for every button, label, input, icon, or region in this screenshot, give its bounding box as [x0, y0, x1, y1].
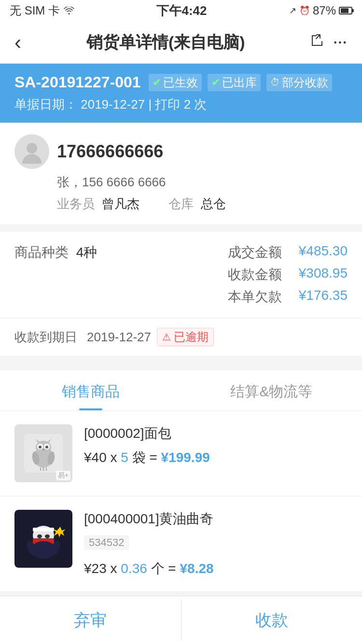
- meta-separator: |: [148, 97, 155, 112]
- tabs-section: 销售商品 结算&物流等: [0, 370, 362, 411]
- svg-point-0: [27, 143, 37, 154]
- stats-right: 成交金额 ¥485.30 收款金额 ¥308.95 本单欠款 ¥176.35: [228, 243, 348, 306]
- received-label: 收款金额: [228, 266, 282, 284]
- product-qty-2: 0.36: [121, 561, 147, 576]
- product-item-2: [000400001]黄油曲奇 534532 ¥23 x 0.36 个 = ¥8…: [0, 496, 362, 592]
- product-total-2: ¥8.28: [180, 561, 213, 576]
- product-code-2: [000400001]: [84, 511, 159, 526]
- due-section: 收款到期日 2019-12-27 ⚠ 已逾期: [0, 318, 362, 356]
- overdue-icon: ⚠: [162, 331, 171, 343]
- tab-underline: [79, 408, 102, 410]
- location-icon: ↗: [289, 5, 296, 16]
- product-sku-2: 534532: [84, 535, 129, 550]
- product-item-1: 易+ [0000002]面包 ¥40 x 5 袋 = ¥199.99: [0, 411, 362, 496]
- warehouse-label: 仓库: [168, 196, 194, 211]
- battery-percent: 87%: [313, 4, 336, 17]
- svg-point-20: [45, 534, 50, 538]
- back-button[interactable]: ‹: [14, 31, 21, 54]
- price-base-1: ¥40: [84, 450, 107, 465]
- stats-section: 商品种类 4种 成交金额 ¥485.30 收款金额 ¥308.95 本单欠款 ¥…: [0, 232, 362, 318]
- status-right: ↗ ⏰ 87%: [289, 4, 352, 17]
- status-bar: 无 SIM 卡 下午4:42 ↗ ⏰ 87%: [0, 0, 362, 21]
- received-line: 收款金额 ¥308.95: [228, 266, 348, 284]
- product-name-1: [0000002]面包: [84, 424, 348, 443]
- salesperson-label: 业务员: [57, 196, 95, 211]
- due-date-value: 2019-12-27: [87, 330, 151, 345]
- salesperson-value: 曾凡杰: [102, 196, 139, 211]
- debt-line: 本单欠款 ¥176.35: [228, 288, 348, 306]
- deal-amount-value: ¥485.30: [290, 243, 348, 262]
- warehouse-field: 仓库 总仓: [168, 196, 226, 212]
- received-value: ¥308.95: [290, 266, 348, 284]
- badge-effective: ✔ 已生效: [149, 74, 202, 91]
- wifi-icon: [64, 4, 74, 17]
- product-thumb-1: 易+: [14, 424, 72, 482]
- tab-settlement[interactable]: 结算&物流等: [181, 370, 362, 410]
- badge-partial-label: 部分收款: [282, 75, 328, 90]
- products-list: 易+ [0000002]面包 ¥40 x 5 袋 = ¥199.99: [0, 411, 362, 592]
- customer-phone: 17666666666: [57, 141, 163, 162]
- due-date-label: 收款到期日: [14, 329, 77, 346]
- nav-actions: ···: [310, 34, 348, 51]
- product-code-1: [0000002]: [84, 426, 144, 441]
- tab-settlement-label: 结算&物流等: [230, 383, 312, 399]
- product-price-1: ¥40 x 5 袋 = ¥199.99: [84, 448, 348, 467]
- category-value: 4种: [76, 245, 97, 260]
- page-title: 销货单详情(来自电脑): [86, 31, 245, 54]
- tab-sales-products[interactable]: 销售商品: [0, 370, 181, 410]
- tabs-row: 销售商品 结算&物流等: [0, 370, 362, 410]
- check-icon-2: ✔: [211, 76, 220, 89]
- product-info-1: [0000002]面包 ¥40 x 5 袋 = ¥199.99: [84, 424, 348, 467]
- deal-amount-label: 成交金额: [228, 243, 282, 262]
- svg-point-6: [39, 446, 42, 448]
- customer-section: 17666666666 张，156 6666 6666 业务员 曾凡杰 仓库 总…: [0, 123, 362, 224]
- order-id: SA-20191227-001: [14, 73, 141, 91]
- bottom-bar: 弃审 收款: [0, 596, 362, 644]
- product-thumb-2: [14, 510, 72, 568]
- meta-date-value: 2019-12-27: [81, 97, 145, 112]
- overdue-text: 已逾期: [174, 329, 209, 345]
- customer-sub-name: 张，156 6666 6666: [14, 174, 348, 191]
- confirm-button[interactable]: 收款: [181, 600, 362, 641]
- tab-sales-label: 销售商品: [62, 383, 120, 399]
- product-name-2: [000400001]黄油曲奇: [84, 510, 348, 528]
- meta-date-label: 单据日期：: [14, 97, 77, 112]
- print-unit-value: 次: [194, 97, 207, 112]
- deal-amount-line: 成交金额 ¥485.30: [228, 243, 348, 262]
- svg-point-7: [45, 446, 48, 448]
- divider-2: [0, 356, 362, 364]
- print-count-value: 2: [184, 97, 191, 112]
- warehouse-value: 总仓: [201, 196, 226, 211]
- salesperson-field: 业务员 曾凡杰: [57, 196, 139, 212]
- category-label: 商品种类: [14, 245, 69, 260]
- product-unit-2: 个: [151, 561, 165, 576]
- badge-partial: ⏱ 部分收款: [266, 74, 332, 91]
- customer-row1: 17666666666: [14, 134, 348, 169]
- alarm-icon: ⏰: [299, 5, 310, 16]
- debt-value: ¥176.35: [290, 288, 348, 306]
- product-unit-1: 袋: [132, 450, 146, 465]
- status-left: 无 SIM 卡: [10, 3, 74, 18]
- battery-icon: [339, 7, 352, 14]
- product-total-1: ¥199.99: [161, 450, 210, 465]
- carrier-text: 无 SIM 卡: [10, 3, 60, 18]
- stats-row: 商品种类 4种 成交金额 ¥485.30 收款金额 ¥308.95 本单欠款 ¥…: [14, 243, 348, 306]
- check-icon-1: ✔: [153, 76, 161, 89]
- order-meta: 单据日期： 2019-12-27 | 打印 2 次: [14, 96, 348, 113]
- divider-1: [0, 224, 362, 232]
- cancel-button[interactable]: 弃审: [0, 600, 181, 641]
- more-button[interactable]: ···: [334, 35, 348, 50]
- customer-avatar: [14, 134, 49, 169]
- stats-left: 商品种类 4种: [14, 243, 97, 262]
- svg-point-19: [37, 534, 42, 538]
- badge-shipped-label: 已出库: [222, 75, 257, 90]
- order-header-row1: SA-20191227-001 ✔ 已生效 ✔ 已出库 ⏱ 部分收款: [14, 73, 348, 91]
- overdue-badge: ⚠ 已逾期: [157, 328, 214, 346]
- product-price-2: ¥23 x 0.36 个 = ¥8.28: [84, 560, 348, 578]
- badge-shipped: ✔ 已出库: [208, 74, 261, 91]
- share-button[interactable]: [310, 34, 324, 51]
- status-time: 下午4:42: [156, 2, 207, 19]
- price-base-2: ¥23: [84, 561, 107, 576]
- customer-info: 业务员 曾凡杰 仓库 总仓: [14, 196, 348, 212]
- debt-label: 本单欠款: [228, 288, 282, 306]
